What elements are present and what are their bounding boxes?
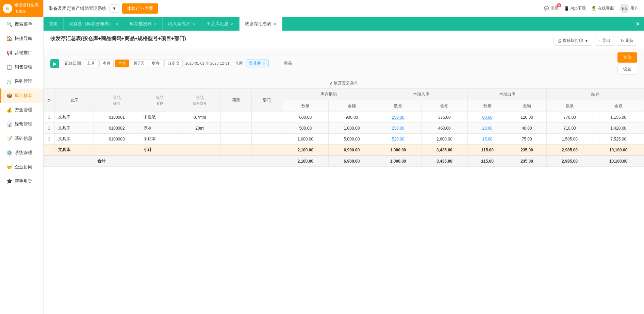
table-cell: 0100002 bbox=[94, 123, 140, 134]
table-cell bbox=[44, 145, 55, 156]
table-cell: 460.00 bbox=[421, 123, 467, 134]
date-btn-last-month[interactable]: 上月 bbox=[84, 60, 98, 67]
message-item[interactable]: 💬 消息 6 bbox=[544, 5, 559, 11]
sidebar-item-finance[interactable]: 💰 资金管理 bbox=[0, 103, 43, 117]
date-btn-this-year[interactable]: 本年 bbox=[115, 60, 129, 67]
print-button[interactable]: 🖨 拨镜版打印 ▼ bbox=[554, 36, 592, 46]
warehouse-col-header: 仓库 bbox=[55, 89, 94, 112]
table-cell: 10,100.00 bbox=[593, 145, 644, 156]
sidebar-item-newbie[interactable]: 🎓 新手引导 bbox=[0, 174, 43, 188]
warehouse-filter: 仓库 文具库 ✕ ... bbox=[235, 60, 278, 67]
experience-button[interactable]: 体验行业方案 bbox=[122, 3, 158, 14]
opening-amt-header: 金额 bbox=[329, 100, 375, 112]
tab-home[interactable]: 首页 bbox=[44, 17, 64, 31]
goods-more[interactable]: ... bbox=[295, 61, 301, 67]
tab-batch[interactable]: 库存批次账 ✕ bbox=[124, 17, 163, 31]
sidebar-item-search[interactable]: 🔍 搜索菜单 bbox=[0, 17, 43, 31]
tab-close-inout-summary[interactable]: ✕ bbox=[231, 22, 234, 26]
table-cell[interactable]: 115.00 bbox=[467, 145, 507, 156]
table-cell: 3,435.00 bbox=[421, 145, 467, 156]
table-cell[interactable]: 1,000.00 bbox=[375, 145, 421, 156]
out-amt-header: 金额 bbox=[507, 100, 547, 112]
tab-inventory-dist[interactable]: 现存量（库存分布表） ✕ bbox=[64, 17, 124, 31]
date-btn-this-month[interactable]: 本月 bbox=[99, 60, 114, 67]
sidebar-item-system[interactable]: ⚙️ 系统管理 bbox=[0, 146, 43, 160]
chevron-down-icon: ∨ bbox=[329, 81, 332, 86]
table-cell[interactable]: 20.00 bbox=[467, 123, 507, 134]
sales-icon: 📋 bbox=[6, 64, 12, 70]
tab-inout-summary[interactable]: 出入库汇总 ✕ bbox=[201, 17, 240, 31]
warehouse-tag: 文具库 ✕ bbox=[246, 60, 269, 67]
app-download-item[interactable]: 📱 App下载 bbox=[564, 5, 586, 11]
name-col-header: 商品名称 bbox=[140, 89, 179, 112]
export-button[interactable]: ↑ 导出 bbox=[595, 36, 614, 46]
warehouse-label: 仓库 bbox=[235, 61, 243, 66]
online-service-item[interactable]: 👨‍💼 在线客服 bbox=[591, 5, 614, 11]
sidebar-item-basic[interactable]: 📝 基础信息 bbox=[0, 131, 43, 146]
query-button[interactable]: 查询 bbox=[617, 52, 637, 63]
table-cell[interactable]: 250.00 bbox=[375, 112, 421, 123]
message-badge: 6 bbox=[557, 3, 561, 7]
sidebar-item-enterprise[interactable]: 🤝 企业协同 bbox=[0, 160, 43, 174]
user-item[interactable]: Ea 用户 bbox=[620, 4, 639, 13]
export-icon: ↑ bbox=[599, 38, 601, 43]
print-icon: 🖨 bbox=[557, 38, 561, 43]
table-cell: 5,000.00 bbox=[329, 134, 375, 145]
out-group-header: 本期出库 bbox=[467, 89, 546, 100]
goods-filter: 商品 ... bbox=[284, 61, 301, 67]
date-btn-custom[interactable]: 自定义 bbox=[164, 60, 183, 67]
sidebar-item-purchase[interactable]: 🛒 采购管理 bbox=[0, 74, 43, 88]
filter-toggle-btn[interactable]: ▶ bbox=[50, 59, 59, 68]
refresh-button[interactable]: ↻ 刷新 bbox=[617, 36, 637, 46]
table-cell: 1,505.00 bbox=[547, 134, 593, 145]
table-cell: 0.7mm bbox=[179, 112, 221, 123]
sidebar-item-business[interactable]: 📊 经营管理 bbox=[0, 117, 43, 131]
in-amt-header: 金额 bbox=[421, 100, 467, 112]
tab-close-batch[interactable]: ✕ bbox=[154, 22, 157, 26]
logo-text: 畅捷通好生意 bbox=[14, 3, 39, 8]
sidebar-item-sales[interactable]: 📋 销售管理 bbox=[0, 60, 43, 74]
table-cell bbox=[94, 145, 140, 156]
sidebar-item-marketing[interactable]: 📢 营销推广 bbox=[0, 46, 43, 60]
data-table: ⚙ 仓库 商品编码 商品名称 商品规格型号 项目 部门 库存期初 本期入库 本期… bbox=[44, 88, 644, 167]
table-cell: 0100001 bbox=[94, 112, 140, 123]
opening-qty-header: 数量 bbox=[282, 100, 329, 112]
footer-closing-qty: 2,985.00 bbox=[547, 155, 593, 167]
sidebar-item-quicknav[interactable]: 🏠 快捷导航 bbox=[0, 31, 43, 46]
tab-close-inventory-dist[interactable]: ✕ bbox=[115, 22, 118, 26]
date-btn-more[interactable]: 更多 bbox=[149, 60, 163, 67]
warehouse-more[interactable]: ... bbox=[271, 61, 278, 67]
purchase-icon: 🛒 bbox=[6, 79, 12, 84]
table-cell[interactable]: 80.00 bbox=[467, 112, 507, 123]
date-btn-7days[interactable]: 近7天 bbox=[131, 60, 147, 67]
table-cell: 文具库 bbox=[55, 145, 94, 156]
tab-receipt-summary[interactable]: 收发存汇总表 ✕ bbox=[240, 17, 282, 31]
enterprise-icon: 🤝 bbox=[6, 164, 12, 170]
table-cell: 文具库 bbox=[55, 134, 94, 145]
close-all-tabs[interactable]: ✕ bbox=[631, 21, 644, 27]
table-row: 文具库小计2,100.006,900.001,000.003,435.00115… bbox=[44, 145, 644, 156]
table-cell bbox=[221, 112, 252, 123]
inventory-icon: 📦 bbox=[6, 93, 12, 98]
tabs-bar: 首页 现存量（库存分布表） ✕ 库存批次账 ✕ 出入库流水 ✕ 出入库汇总 ✕ … bbox=[44, 17, 644, 31]
system-icon: ⚙️ bbox=[6, 150, 12, 155]
tab-close-inout-flow[interactable]: ✕ bbox=[192, 22, 195, 26]
table-cell[interactable]: 520.00 bbox=[375, 134, 421, 145]
table-header-group-row: ⚙ 仓库 商品编码 商品名称 商品规格型号 项目 部门 库存期初 本期入库 本期… bbox=[44, 89, 644, 100]
footer-closing-amt: 10,100.00 bbox=[593, 155, 644, 167]
system-select[interactable]: 装备及固定资产辅助管理系统 ▼ bbox=[109, 4, 119, 13]
warehouse-tag-close[interactable]: ✕ bbox=[262, 61, 266, 66]
expand-button[interactable]: ∨ 展开更多条件 bbox=[329, 80, 358, 86]
setting-button[interactable]: 设置 bbox=[617, 64, 637, 75]
table-cell: 20ml bbox=[179, 123, 221, 134]
search-icon: 🔍 bbox=[6, 21, 12, 27]
settings-col-header[interactable]: ⚙ bbox=[44, 89, 55, 112]
sidebar-nav: 🔍 搜索菜单 🏠 快捷导航 📢 营销推广 📋 销售管理 🛒 采购管理 📦 库存核… bbox=[0, 17, 43, 314]
table-cell[interactable]: 230.00 bbox=[375, 123, 421, 134]
table-cell[interactable]: 15.00 bbox=[467, 134, 507, 145]
main-area: 装备及固定资产辅助管理系统 装备及固定资产辅助管理系统 ▼ 体验行业方案 💬 消… bbox=[44, 0, 644, 314]
tab-close-receipt-summary[interactable]: ✕ bbox=[274, 22, 277, 26]
sidebar-item-inventory[interactable]: 📦 库存核算 bbox=[0, 88, 43, 103]
tab-inout-flow[interactable]: 出入库流水 ✕ bbox=[163, 17, 201, 31]
table-cell: 770.00 bbox=[547, 112, 593, 123]
